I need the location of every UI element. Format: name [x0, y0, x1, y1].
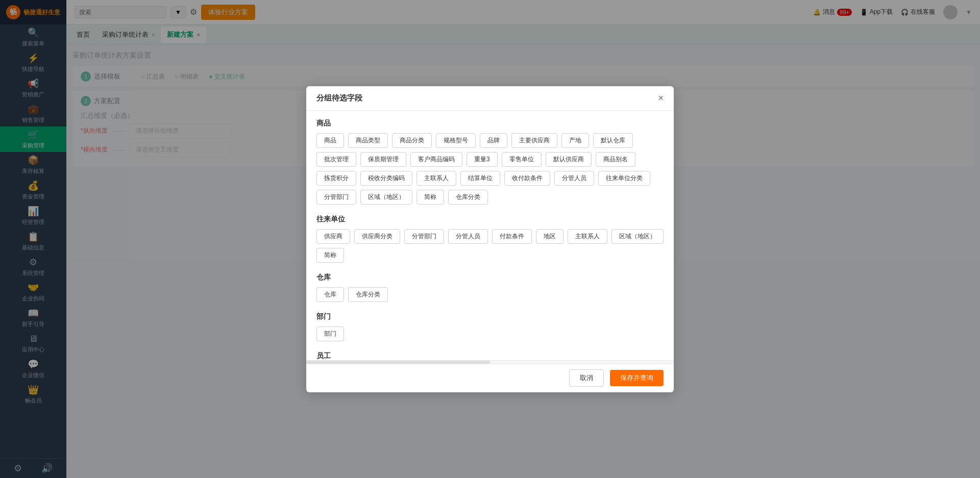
field-tag-product-18[interactable]: 结算单位	[460, 171, 500, 186]
field-tag-product-24[interactable]: 简称	[416, 190, 444, 205]
field-tag-partner-7[interactable]: 区域（地区）	[611, 229, 664, 244]
field-tag-product-15[interactable]: 拣货积分	[316, 171, 356, 186]
field-tag-product-16[interactable]: 税收分类编码	[360, 171, 412, 186]
field-tag-partner-6[interactable]: 主联系人	[568, 229, 607, 244]
field-tag-product-8[interactable]: 批次管理	[316, 152, 356, 167]
field-tag-warehouse-0[interactable]: 仓库	[316, 287, 344, 302]
section-title-warehouse: 仓库	[316, 273, 664, 282]
field-tags-product: 商品商品类型商品分类规格型号品牌主要供应商产地默认仓库批次管理保质期管理客户商品…	[316, 133, 664, 205]
modal-body: 商品商品商品类型商品分类规格型号品牌主要供应商产地默认仓库批次管理保质期管理客户…	[306, 111, 674, 361]
field-tag-product-2[interactable]: 商品分类	[392, 133, 432, 148]
field-tag-product-13[interactable]: 默认供应商	[546, 152, 592, 167]
field-tag-product-4[interactable]: 品牌	[480, 133, 507, 148]
field-tag-department-0[interactable]: 部门	[316, 326, 344, 341]
horizontal-scrollbar[interactable]	[306, 360, 674, 363]
modal-dialog: 分组待选字段 × 商品商品商品类型商品分类规格型号品牌主要供应商产地默认仓库批次…	[306, 86, 674, 392]
field-tag-product-23[interactable]: 区域（地区）	[360, 190, 412, 205]
field-section-department: 部门部门	[316, 312, 664, 341]
field-tag-partner-4[interactable]: 付款条件	[492, 229, 532, 244]
field-tag-product-20[interactable]: 分管人员	[554, 171, 594, 186]
confirm-button[interactable]: 保存并查询	[610, 370, 664, 386]
field-tag-product-19[interactable]: 收付款条件	[504, 171, 550, 186]
section-title-department: 部门	[316, 312, 664, 321]
field-tag-product-0[interactable]: 商品	[316, 133, 344, 148]
field-tags-warehouse: 仓库仓库分类	[316, 287, 664, 302]
field-tag-partner-3[interactable]: 分管人员	[448, 229, 488, 244]
section-title-employee: 员工	[316, 351, 664, 361]
field-tag-partner-2[interactable]: 分管部门	[404, 229, 444, 244]
field-tag-product-25[interactable]: 仓库分类	[448, 190, 488, 205]
section-title-partner: 往来单位	[316, 215, 664, 224]
modal-title: 分组待选字段	[316, 93, 362, 103]
field-tag-partner-5[interactable]: 地区	[536, 229, 564, 244]
cancel-button[interactable]: 取消	[569, 369, 604, 387]
field-tag-product-1[interactable]: 商品类型	[348, 133, 388, 148]
field-tag-warehouse-1[interactable]: 仓库分类	[348, 287, 388, 302]
field-tag-product-6[interactable]: 产地	[561, 133, 589, 148]
field-tags-department: 部门	[316, 326, 664, 341]
field-tag-product-11[interactable]: 重量3	[467, 152, 498, 167]
section-title-product: 商品	[316, 119, 664, 128]
field-tag-product-3[interactable]: 规格型号	[436, 133, 476, 148]
modal-header: 分组待选字段 ×	[306, 86, 674, 111]
field-tag-product-12[interactable]: 零售单位	[502, 152, 542, 167]
field-tag-product-21[interactable]: 往来单位分类	[598, 171, 650, 186]
field-tag-product-22[interactable]: 分管部门	[316, 190, 356, 205]
field-tag-product-14[interactable]: 商品别名	[596, 152, 635, 167]
field-tag-product-10[interactable]: 客户商品编码	[410, 152, 462, 167]
field-tag-product-17[interactable]: 主联系人	[416, 171, 456, 186]
modal-overlay: 分组待选字段 × 商品商品商品类型商品分类规格型号品牌主要供应商产地默认仓库批次…	[0, 0, 980, 478]
field-tag-partner-8[interactable]: 简称	[316, 248, 344, 263]
field-tag-product-5[interactable]: 主要供应商	[511, 133, 557, 148]
field-section-partner: 往来单位供应商供应商分类分管部门分管人员付款条件地区主联系人区域（地区）简称	[316, 215, 664, 263]
field-tags-partner: 供应商供应商分类分管部门分管人员付款条件地区主联系人区域（地区）简称	[316, 229, 664, 263]
field-tag-product-9[interactable]: 保质期管理	[360, 152, 406, 167]
modal-close-button[interactable]: ×	[658, 93, 664, 104]
field-tag-partner-0[interactable]: 供应商	[316, 229, 350, 244]
field-section-employee: 员工业务员	[316, 351, 664, 361]
field-section-warehouse: 仓库仓库仓库分类	[316, 273, 664, 302]
field-tag-product-7[interactable]: 默认仓库	[593, 133, 633, 148]
field-section-product: 商品商品商品类型商品分类规格型号品牌主要供应商产地默认仓库批次管理保质期管理客户…	[316, 119, 664, 205]
field-tag-partner-1[interactable]: 供应商分类	[354, 229, 400, 244]
modal-footer: 取消 保存并查询	[306, 364, 674, 392]
